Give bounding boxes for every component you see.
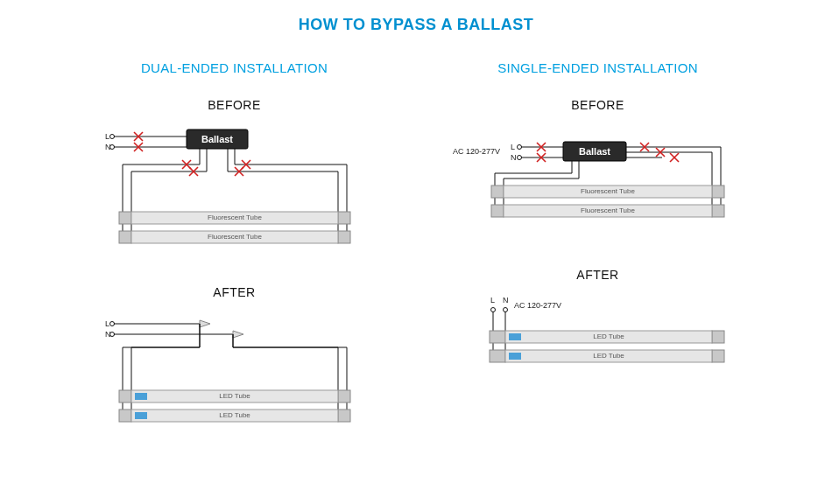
svg-rect-20	[338, 390, 350, 402]
tube-label: LED Tube	[219, 392, 250, 400]
column-title-dual: DUAL-ENDED INSTALLATION	[141, 60, 328, 75]
svg-rect-43	[712, 350, 724, 362]
label-n: N	[105, 143, 111, 151]
section-title-dual-after: AFTER	[213, 285, 255, 299]
label-l: L	[105, 319, 109, 328]
column-dual-ended: DUAL-ENDED INSTALLATION BEFORE L N	[53, 60, 416, 464]
svg-rect-14	[119, 231, 131, 243]
section-title-single-after: AFTER	[576, 268, 618, 282]
ac-label: AC 120-277V	[453, 147, 500, 156]
svg-point-0	[109, 135, 114, 139]
section-title-single-before: BEFORE	[571, 98, 624, 112]
tube-label: Fluorescent Tube	[581, 187, 635, 195]
svg-rect-15	[338, 231, 350, 243]
svg-rect-12	[338, 212, 350, 224]
tube-label: Fluorescent Tube	[208, 214, 262, 221]
tube-label: LED Tube	[593, 332, 624, 340]
svg-rect-38	[490, 331, 505, 343]
svg-rect-22	[135, 393, 147, 400]
svg-rect-23	[119, 410, 131, 422]
section-single-before: BEFORE AC 120-277V L N Ballast	[449, 98, 747, 243]
label-n: N	[105, 330, 111, 339]
tube-label: LED Tube	[593, 352, 624, 360]
label-n: N	[503, 296, 509, 304]
label-l: L	[490, 296, 495, 304]
svg-rect-34	[712, 205, 724, 217]
section-dual-before: BEFORE L N Ballast	[103, 98, 366, 261]
svg-rect-11	[119, 212, 131, 224]
tube-label: Fluorescent Tube	[581, 206, 635, 214]
svg-point-28	[517, 156, 521, 160]
column-single-ended: SINGLE-ENDED INSTALLATION BEFORE AC 120-…	[416, 60, 779, 464]
svg-point-17	[109, 322, 114, 326]
svg-rect-31	[712, 186, 724, 198]
page-title: HOW TO BYPASS A BALLAST	[0, 0, 832, 34]
column-title-single: SINGLE-ENDED INSTALLATION	[497, 60, 698, 75]
tube-label: LED Tube	[219, 411, 250, 419]
section-single-after: AFTER L N AC 120-277V	[458, 268, 738, 387]
diagram-single-before: AC 120-277V L N Ballast	[449, 121, 747, 243]
svg-rect-39	[712, 331, 724, 343]
section-title-dual-before: BEFORE	[208, 98, 261, 112]
ballast-label: Ballast	[201, 134, 232, 144]
svg-rect-41	[509, 333, 521, 340]
label-l: L	[105, 132, 109, 141]
ac-label: AC 120-277V	[514, 301, 561, 310]
svg-rect-45	[509, 353, 521, 360]
section-dual-after: AFTER L N	[103, 285, 366, 439]
svg-rect-19	[119, 390, 131, 402]
svg-rect-24	[338, 410, 350, 422]
diagram-grid: DUAL-ENDED INSTALLATION BEFORE L N	[0, 34, 832, 464]
diagram-single-after: L N AC 120-277V LED Tube	[458, 290, 738, 387]
ballast-label: Ballast	[578, 146, 610, 157]
svg-rect-30	[491, 186, 504, 198]
svg-point-37	[503, 308, 507, 312]
svg-point-36	[490, 308, 495, 312]
diagram-dual-after: L N	[103, 308, 366, 439]
label-l: L	[511, 143, 515, 151]
svg-rect-42	[490, 350, 505, 362]
svg-rect-33	[491, 205, 504, 217]
diagram-dual-before: L N Ballast	[103, 121, 366, 261]
label-n: N	[511, 153, 517, 162]
svg-point-27	[517, 145, 521, 150]
svg-rect-26	[135, 412, 147, 419]
tube-label: Fluorescent Tube	[208, 233, 262, 241]
